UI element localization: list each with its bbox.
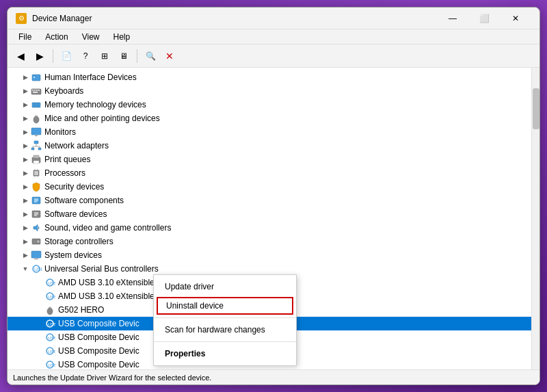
ctx-scan-hardware[interactable]: Scan for hardware changes — [154, 321, 296, 339]
update-driver-button[interactable]: ? — [77, 47, 94, 65]
tree-item-mice[interactable]: ▶ Mice and other pointing devices — [8, 112, 531, 125]
svg-rect-43 — [31, 251, 41, 258]
expand-print[interactable]: ▶ — [21, 155, 29, 164]
svg-rect-25 — [34, 161, 39, 164]
usbcomp3-icon: USB — [44, 359, 55, 369]
menu-file[interactable]: File — [13, 31, 37, 43]
usbcomp1-icon: USB — [44, 332, 55, 343]
tree-item-system[interactable]: ▶ System devices — [8, 248, 531, 262]
usbcomp2-label: USB Composite Devic — [58, 346, 139, 356]
processors-icon — [31, 168, 42, 179]
menu-action[interactable]: Action — [40, 31, 73, 43]
ctx-update-driver[interactable]: Update driver — [154, 278, 296, 296]
maximize-button[interactable]: ⬜ — [468, 8, 500, 29]
tree-item-swcomponents[interactable]: ▶ Software components — [8, 194, 531, 207]
ctx-uninstall-device[interactable]: Uninstall device — [157, 297, 293, 315]
tree-item-memory[interactable]: ▶ Memory technology devices — [8, 98, 531, 112]
forward-button[interactable]: ▶ — [31, 47, 49, 65]
window-title: Device Manager — [32, 14, 437, 23]
svg-text:USB: USB — [48, 281, 55, 285]
expand-swdevices[interactable]: ▶ — [21, 210, 29, 218]
expand-g502 — [35, 306, 43, 314]
g502-label: G502 HERO — [58, 305, 104, 315]
storage-label: Storage controllers — [44, 237, 114, 246]
svg-rect-4 — [34, 90, 36, 91]
g502-icon — [44, 304, 55, 315]
status-text: Launches the Update Driver Wizard for th… — [13, 374, 211, 382]
usbcomp3-label: USB Composite Devic — [58, 360, 139, 369]
remove-button[interactable]: ✕ — [161, 47, 178, 65]
print-icon — [31, 154, 42, 165]
keyboards-label: Keyboards — [44, 86, 83, 96]
swdevices-label: Software devices — [44, 209, 107, 219]
tree-item-processors[interactable]: ▶ Processors — [8, 166, 531, 180]
tree-item-security[interactable]: ▶ Security devices — [8, 180, 531, 194]
memory-icon — [31, 99, 42, 110]
menu-view[interactable]: View — [77, 31, 105, 43]
tree-item-keyboards[interactable]: ▶ Keyboards — [8, 84, 531, 98]
swcomponents-label: Software components — [44, 196, 124, 205]
enable-button[interactable]: ⊞ — [96, 47, 114, 65]
expand-monitors[interactable]: ▶ — [21, 128, 29, 136]
expand-usb1 — [35, 278, 43, 287]
display-button[interactable]: 🖥 — [115, 47, 133, 65]
tree-item-swdevices[interactable]: ▶ Software devices — [8, 207, 531, 221]
svg-rect-0 — [32, 75, 40, 81]
tree-item-monitors[interactable]: ▶ Monitors — [8, 125, 531, 139]
expand-hid[interactable]: ▶ — [21, 73, 29, 81]
expand-usb[interactable]: ▼ — [21, 265, 29, 273]
sound-icon — [31, 222, 42, 233]
expand-usbcomp-sel — [35, 319, 43, 328]
expand-keyboards[interactable]: ▶ — [21, 87, 29, 95]
tree-item-usb[interactable]: ▼ USB Universal Serial Bus controllers — [8, 262, 531, 276]
usb1-icon: USB — [44, 277, 55, 288]
properties-button[interactable]: 📄 — [57, 47, 75, 65]
device-tree[interactable]: ▶ Human Interface Devices ▶ Keyboards ▶ … — [8, 68, 531, 369]
ctx-properties[interactable]: Properties — [154, 345, 296, 363]
storage-icon — [31, 236, 42, 247]
security-label: Security devices — [44, 182, 104, 192]
expand-sound[interactable]: ▶ — [21, 224, 29, 232]
expand-network[interactable]: ▶ — [21, 142, 29, 150]
expand-mice[interactable]: ▶ — [21, 114, 29, 122]
expand-system[interactable]: ▶ — [21, 251, 29, 259]
expand-swcomponents[interactable]: ▶ — [21, 196, 29, 205]
tree-item-hid[interactable]: ▶ Human Interface Devices — [8, 70, 531, 84]
tree-item-storage[interactable]: ▶ Storage controllers — [8, 235, 531, 248]
tree-item-sound[interactable]: ▶ Sound, video and game controllers — [8, 221, 531, 235]
svg-rect-44 — [34, 259, 38, 259]
svg-point-1 — [34, 77, 35, 78]
tree-item-print[interactable]: ▶ Print queues — [8, 153, 531, 166]
scan-button[interactable]: 🔍 — [142, 47, 159, 65]
system-icon — [31, 250, 42, 261]
expand-usbcomp1 — [35, 333, 43, 341]
content-area: ▶ Human Interface Devices ▶ Keyboards ▶ … — [8, 68, 539, 369]
memory-label: Memory technology devices — [44, 100, 146, 109]
usbcomp2-icon: USB — [44, 345, 55, 356]
back-button[interactable]: ◀ — [12, 47, 29, 65]
ctx-separator-2 — [154, 341, 296, 342]
svg-rect-14 — [31, 128, 41, 135]
svg-rect-18 — [38, 148, 41, 150]
print-label: Print queues — [44, 155, 90, 164]
svg-text:USB: USB — [34, 267, 42, 272]
expand-memory[interactable]: ▶ — [21, 101, 29, 109]
svg-rect-7 — [33, 92, 38, 93]
tree-item-network[interactable]: ▶ Network adapters — [8, 139, 531, 153]
minimize-button[interactable]: — — [437, 8, 468, 29]
device-manager-window: ⚙ Device Manager — ⬜ ✕ File Action View … — [7, 7, 540, 385]
menu-help[interactable]: Help — [108, 31, 136, 43]
expand-security[interactable]: ▶ — [21, 183, 29, 191]
svg-rect-17 — [31, 148, 34, 150]
expand-storage[interactable]: ▶ — [21, 237, 29, 246]
svg-text:USB: USB — [48, 336, 55, 340]
expand-processors[interactable]: ▶ — [21, 169, 29, 177]
usbcomp-sel-icon: USB — [44, 318, 55, 329]
usb-icon: USB — [31, 263, 42, 274]
sound-label: Sound, video and game controllers — [44, 223, 171, 233]
close-button[interactable]: ✕ — [500, 8, 531, 29]
scrollbar[interactable] — [531, 68, 539, 369]
scrollbar-thumb[interactable] — [533, 88, 539, 129]
usb-label: Universal Serial Bus controllers — [44, 264, 159, 274]
svg-text:USB: USB — [48, 295, 55, 299]
